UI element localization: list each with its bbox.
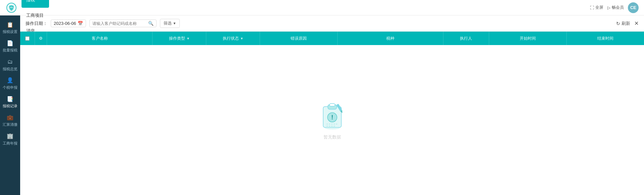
refresh-icon: ↻ xyxy=(616,21,620,26)
search-input[interactable] xyxy=(92,21,147,26)
sidebar: 📋报税设置📄批量报税🗂报税总览👤个税申报📑报税记录💼汇算清缴🏢工商年报 xyxy=(0,15,20,195)
refresh-label: 刷新 xyxy=(621,21,630,27)
date-input[interactable]: 2023-06-06 📅 xyxy=(51,20,86,27)
user-avatar[interactable]: CE xyxy=(628,2,639,13)
toolbar-right: ↻ 刷新 ✕ xyxy=(616,21,639,27)
gear-icon: ⚙ xyxy=(39,36,43,41)
fullscreen-icon: ⛶ xyxy=(590,5,594,10)
sidebar-item-baoshuijilu[interactable]: 📑报税记录 xyxy=(0,92,20,111)
top-nav: 首页客户收费票据new记账报税工商项目消息管理经营服务设置 ⛶ 全屏 ▷ 畅会员… xyxy=(0,0,644,15)
th-tax-type: 税种 xyxy=(338,32,443,45)
search-icon[interactable]: 🔍 xyxy=(148,21,154,26)
empty-state: ! 暂无数据 xyxy=(20,45,644,195)
th-end-time: 结束时间 xyxy=(567,32,644,45)
table-header: ⚙ 客户名称 操作类型 ▼ 执行状态 ▼ 错误原因 税种 xyxy=(20,32,644,45)
th-start-time-label: 开始时间 xyxy=(520,36,536,41)
table-container: ⚙ 客户名称 操作类型 ▼ 执行状态 ▼ 错误原因 税种 xyxy=(20,32,644,195)
th-executor: 执行人 xyxy=(443,32,489,45)
sidebar-item-baoshuishezhi[interactable]: 📋报税设置 xyxy=(0,18,20,37)
geshuishenbao-icon: 👤 xyxy=(6,77,14,84)
th-end-time-label: 结束时间 xyxy=(597,36,613,41)
huisuanjiaonuo-icon: 💼 xyxy=(6,114,14,121)
empty-text: 暂无数据 xyxy=(324,134,341,140)
sidebar-item-gongshangnianbo[interactable]: 🏢工商年报 xyxy=(0,130,20,148)
refresh-button[interactable]: ↻ 刷新 xyxy=(616,21,630,27)
sidebar-label-huisuanjiaonuo: 汇算清缴 xyxy=(3,122,17,127)
sidebar-label-baoshuishezhi: 报税设置 xyxy=(3,29,17,34)
sidebar-item-piliangbaoshui[interactable]: 📄批量报税 xyxy=(0,37,20,55)
th-client-label: 客户名称 xyxy=(92,36,108,41)
sort-status-icon[interactable]: ▼ xyxy=(240,37,244,40)
main-layout: 📋报税设置📄批量报税🗂报税总览👤个税申报📑报税记录💼汇算清缴🏢工商年报 操作日期… xyxy=(0,15,644,195)
th-status-label: 执行状态 xyxy=(223,36,239,41)
svg-point-10 xyxy=(325,127,340,129)
sort-op-type-icon[interactable]: ▼ xyxy=(186,37,190,40)
sidebar-item-baoshuizonglan[interactable]: 🗂报税总览 xyxy=(0,55,20,74)
filter-button[interactable]: 筛选 ▼ xyxy=(160,19,180,28)
th-error-label: 错误原因 xyxy=(291,36,307,41)
search-wrapper: 🔍 xyxy=(89,20,157,27)
fullscreen-button[interactable]: ⛶ 全屏 xyxy=(590,5,603,10)
close-button[interactable]: ✕ xyxy=(634,21,639,26)
th-executor-label: 执行人 xyxy=(460,36,472,41)
nav-item-工商项目[interactable]: 工商项目 xyxy=(22,8,49,23)
th-op-type: 操作类型 ▼ xyxy=(153,32,206,45)
toolbar: 操作日期： 2023-06-06 📅 🔍 筛选 ▼ ↻ 刷新 ✕ xyxy=(20,15,644,32)
th-checkbox[interactable] xyxy=(20,32,35,45)
member-icon: ▷ xyxy=(607,5,610,10)
sidebar-label-geshuishenbao: 个税申报 xyxy=(3,85,17,90)
empty-illustration: ! xyxy=(317,100,347,130)
baoshuizonglan-icon: 🗂 xyxy=(6,58,14,66)
svg-rect-3 xyxy=(330,104,335,106)
gongshangnianbo-icon: 🏢 xyxy=(6,132,14,140)
th-client: 客户名称 xyxy=(47,32,153,45)
sidebar-item-geshuishenbao[interactable]: 👤个税申报 xyxy=(0,74,20,92)
calendar-icon: 📅 xyxy=(78,21,83,26)
th-gear[interactable]: ⚙ xyxy=(35,32,47,45)
baoshuishezhi-icon: 📋 xyxy=(6,21,14,28)
sidebar-item-huisuanjiaonuo[interactable]: 💼汇算清缴 xyxy=(0,111,20,129)
th-status: 执行状态 ▼ xyxy=(206,32,260,45)
sidebar-label-baoshuizonglan: 报税总览 xyxy=(3,67,17,71)
svg-text:!: ! xyxy=(331,114,333,121)
content-area: 操作日期： 2023-06-06 📅 🔍 筛选 ▼ ↻ 刷新 ✕ xyxy=(20,15,644,195)
baoshuijilu-icon: 📑 xyxy=(6,95,14,103)
th-op-type-label: 操作类型 xyxy=(169,36,185,41)
th-error: 错误原因 xyxy=(260,32,338,45)
chevron-down-icon: ▼ xyxy=(173,22,176,25)
th-tax-type-label: 税种 xyxy=(386,36,394,41)
filter-label: 筛选 xyxy=(164,21,172,26)
logo xyxy=(5,2,17,14)
th-start-time: 开始时间 xyxy=(489,32,567,45)
sidebar-label-baoshuijilu: 报税记录 xyxy=(3,104,17,108)
nav-item-报税[interactable]: 报税 xyxy=(22,0,49,8)
sidebar-label-piliangbaoshui: 批量报税 xyxy=(3,48,17,52)
date-value: 2023-06-06 xyxy=(54,21,76,26)
select-all-checkbox[interactable] xyxy=(25,36,30,41)
piliangbaoshui-icon: 📄 xyxy=(6,39,14,47)
nav-right: ⛶ 全屏 ▷ 畅会员 CE xyxy=(590,2,639,13)
member-label: 畅会员 xyxy=(612,5,624,10)
fullscreen-label: 全屏 xyxy=(595,5,603,10)
sidebar-label-gongshangnianbo: 工商年报 xyxy=(3,141,17,146)
member-button[interactable]: ▷ 畅会员 xyxy=(607,5,624,10)
